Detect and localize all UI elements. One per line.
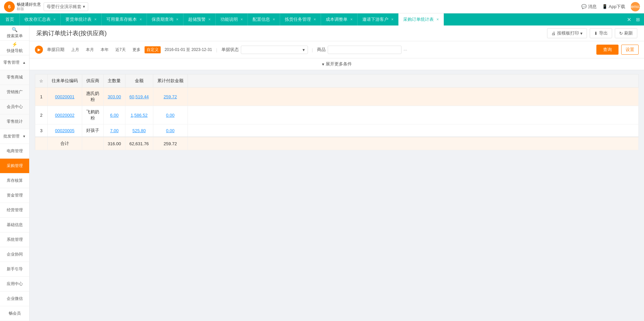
row-idx: 2 [35,106,48,124]
tab-kylkzb[interactable]: 可用量库存账本 × [102,13,147,25]
row-amount[interactable]: 1,586.52 [125,106,153,124]
row-qty[interactable]: 303.00 [104,88,125,106]
dropdown-arrow-icon: ▾ [580,31,583,36]
sidebar-item-shortcut[interactable]: ⚡ 快捷导航 [0,41,29,56]
row-code[interactable]: 00020002 [48,106,82,124]
tab-yhtj[interactable]: 要货单统计表 × [61,13,102,25]
close-tab-bxqcx[interactable]: × [176,17,178,22]
row-paid[interactable]: 259.72 [153,88,187,106]
sidebar-item-vip[interactable]: 畅会员 [0,306,29,321]
refresh-button[interactable]: ↻ 刷新 [615,28,637,38]
message-action[interactable]: 💬 消息 [581,4,597,10]
tab-phrkgl[interactable]: 拣货任务管理 × [280,13,321,25]
close-tab-yhtj[interactable]: × [94,17,97,22]
row-qty[interactable]: 7.00 [104,124,125,137]
sidebar-item-retail-stats[interactable]: 零售统计 [0,114,29,129]
row-supplier: 飞鹤奶粉 [82,106,104,124]
sidebar-item-wholesale[interactable]: 批发管理 ▼ [0,129,29,144]
sidebar-item-enterprise[interactable]: 企业协同 [0,247,29,262]
workspace-selector[interactable]: 母婴行业演示账套 ▾ [44,2,88,11]
shortcut-7-days[interactable]: 近7天 [113,46,128,53]
sidebar-item-operations[interactable]: 经营管理 [0,203,29,218]
refresh-icon: ↻ [619,31,623,36]
th-paid: 累计付款金额 [153,74,187,88]
shortcut-last-month[interactable]: 上月 [68,46,82,53]
sidebar: 🔍 搜索菜单 ⚡ 快捷导航 零售管理 ▲ 零售商城 营销推广 会员中心 零售统计… [0,25,30,321]
tab-cbtz[interactable]: 成本调整单 × [321,13,358,25]
sidebar-item-marketing[interactable]: 营销推广 [0,85,29,100]
close-all-tabs-button[interactable]: ✕ [626,16,633,23]
top-bar: 6 畅捷通好生意 标版 母婴行业演示账套 ▾ 💬 消息 📱 App下载 demo… [0,0,644,13]
logo-area[interactable]: 6 畅捷通好生意 标版 [4,1,41,12]
settings-button[interactable]: 设置 [621,45,639,55]
tab-cgddtjb[interactable]: 采购订单统计表 × [398,13,444,25]
row-qty[interactable]: 6.00 [104,106,125,124]
tab-shf[interactable]: 收发存汇总表 × [20,13,61,25]
close-tab-cgddtjb[interactable]: × [436,17,439,22]
product-more-icon[interactable]: ··· [404,47,407,52]
close-tab-pzxx[interactable]: × [273,17,275,22]
sidebar-item-appcenter[interactable]: 应用中心 [0,277,29,291]
row-amount[interactable]: 525.80 [125,124,153,137]
main-layout: 🔍 搜索菜单 ⚡ 快捷导航 零售管理 ▲ 零售商城 营销推广 会员中心 零售统计… [0,25,644,321]
row-paid[interactable]: 0.00 [153,106,187,124]
nav-tabs: 首页 收发存汇总表 × 要货单统计表 × 可用量库存账本 × 保质期查询 × 超… [0,13,644,25]
tab-yqxxykh[interactable]: 邀请下游客户 × [358,13,398,25]
close-tab-shf[interactable]: × [53,17,56,22]
close-tab-phrkgl[interactable]: × [314,17,316,22]
sidebar-item-ecommerce[interactable]: 电商管理 [0,144,29,159]
expand-tabs-button[interactable]: ⊞ [635,17,641,22]
th-code: 往来单位编码 [48,74,82,88]
row-code[interactable]: 00020001 [48,88,82,106]
product-input[interactable] [328,46,401,54]
content-area: 采购订单统计表(按供应商) 🖨 按模板打印 ▾ ⬇ 导出 ↻ 刷新 [30,25,644,321]
user-avatar[interactable]: demo2 [631,2,640,11]
sidebar-item-finance[interactable]: 资金管理 [0,188,29,203]
shortcut-this-month[interactable]: 本月 [83,46,97,53]
sidebar-item-wechat[interactable]: 企业微信 [0,291,29,306]
query-button[interactable]: 查询 [596,45,619,55]
phone-icon: 📱 [602,4,607,9]
footer-paid: 259.72 [153,137,187,150]
close-tab-yqxxykh[interactable]: × [391,17,393,22]
sidebar-item-system[interactable]: 系统管理 [0,232,29,247]
table-container: ☆ 往来单位编码 供应商 主数量 金额 累计付款金额 1 00020001 惠氏… [30,70,644,321]
tab-bxqcx[interactable]: 保质期查询 × [147,13,183,25]
close-tab-kylkzb[interactable]: × [140,17,142,22]
tab-gnms[interactable]: 功能说明 × [216,13,248,25]
product-filter-field: 商品 ··· [317,46,407,54]
row-paid[interactable]: 0.00 [153,124,187,137]
export-button[interactable]: ⬇ 导出 [590,28,612,38]
sidebar-item-retail[interactable]: 零售管理 ▲ [0,55,29,70]
sidebar-item-newguide[interactable]: 新手引导 [0,262,29,277]
custom-date-badge[interactable]: 自定义 [145,46,161,53]
sidebar-item-member[interactable]: 会员中心 [0,100,29,114]
th-supplier: 供应商 [82,74,104,88]
tab-pzxx[interactable]: 配置信息 × [248,13,280,25]
close-tab-gnms[interactable]: × [240,17,243,22]
shortcut-this-year[interactable]: 本年 [98,46,111,53]
th-gear[interactable]: ☆ [35,74,48,88]
filter-actions: 查询 设置 [596,45,639,55]
sidebar-item-inventory[interactable]: 库存核算 [0,173,29,188]
page-title: 采购订单统计表(按供应商) [36,29,107,37]
page-actions: 🖨 按模板打印 ▾ ⬇ 导出 ↻ 刷新 [547,28,637,38]
sidebar-item-purchase[interactable]: 采购管理 [0,159,29,173]
top-bar-left: 6 畅捷通好生意 标版 母婴行业演示账套 ▾ [4,1,88,12]
close-tab-cbtz[interactable]: × [350,17,353,22]
sidebar-item-search[interactable]: 🔍 搜索菜单 [0,25,29,41]
row-amount[interactable]: 60,519.44 [125,88,153,106]
row-code[interactable]: 00020005 [48,124,82,137]
status-select[interactable]: ▾ [241,46,308,54]
close-tab-ccyj[interactable]: × [208,17,211,22]
tab-ccyj[interactable]: 超储预警 × [183,13,216,25]
app-download-action[interactable]: 📱 App下载 [602,4,625,10]
shortcut-more[interactable]: 更多 [130,46,143,53]
expand-more-button[interactable]: ▾ 展开更多条件 [322,61,352,67]
sidebar-item-basic[interactable]: 基础信息 [0,218,29,232]
sidebar-item-retail-store[interactable]: 零售商城 [0,70,29,85]
tab-home[interactable]: 首页 [0,13,20,25]
print-button[interactable]: 🖨 按模板打印 ▾ [547,28,587,38]
filter-toggle-button[interactable]: ▶ [35,46,43,54]
footer-qty: 316.00 [104,137,125,150]
